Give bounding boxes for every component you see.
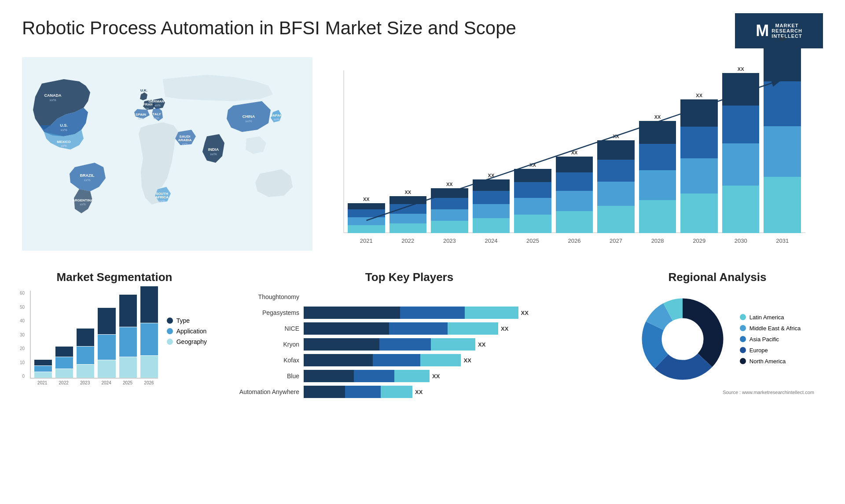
- legend-label-north-america: North America: [749, 358, 786, 365]
- player-xx-nice: XX: [501, 325, 508, 332]
- seg-bar-2023: [77, 329, 94, 378]
- legend-application: Application: [167, 328, 207, 335]
- player-name-kofax: Kofax: [229, 357, 299, 364]
- y-label-30: 30: [20, 332, 25, 337]
- y-label-40: 40: [20, 318, 25, 323]
- regional-legend: Latin America Middle East & Africa Asia …: [740, 314, 801, 365]
- seg-bar-2021: [34, 360, 52, 378]
- player-name-pegasystems: Pegasystems: [229, 309, 299, 316]
- seg-x-2026: 2026: [140, 380, 158, 385]
- regional-section: Regional Analysis: [612, 270, 823, 402]
- legend-north-america: North America: [740, 358, 801, 365]
- x-label-2023: 2023: [431, 237, 468, 244]
- legend-label-latin-america: Latin America: [749, 314, 784, 321]
- bar-label-2021: XX: [363, 197, 370, 202]
- bar-label-2026: XX: [571, 150, 578, 155]
- player-name-nice: NICE: [229, 325, 299, 332]
- player-bar-nice: XX: [304, 322, 590, 335]
- legend-geography: Geography: [167, 338, 207, 345]
- legend-dot-middle-east-africa: [740, 325, 746, 331]
- player-row-kryon: Kryon XX: [229, 338, 590, 351]
- players-title: Top Key Players: [229, 270, 590, 284]
- player-row-thoughtonomy: Thoughtonomy: [229, 291, 590, 303]
- header: Robotic Process Automation in BFSI Marke…: [22, 13, 823, 48]
- svg-text:xx%: xx%: [141, 93, 147, 96]
- x-label-2021: 2021: [348, 237, 385, 244]
- svg-text:xx%: xx%: [49, 98, 56, 102]
- world-map-svg: CANADA xx% U.S. xx% MEXICO xx% BRAZIL xx…: [22, 57, 312, 251]
- svg-text:xx%: xx%: [61, 144, 66, 147]
- y-label-10: 10: [20, 360, 25, 365]
- player-bar-automation-anywhere: XX: [304, 386, 590, 398]
- seg-bar-2026: [140, 286, 158, 378]
- legend-dot-type: [167, 318, 173, 324]
- x-label-2026: 2026: [556, 237, 593, 244]
- bar-label-2022: XX: [404, 190, 411, 195]
- bar-label-2031: XX: [779, 36, 786, 41]
- bar-label-2030: XX: [738, 66, 744, 72]
- player-xx-pegasystems: XX: [521, 310, 529, 316]
- legend-label-type: Type: [176, 317, 190, 324]
- svg-text:AFRICA: AFRICA: [155, 195, 169, 199]
- legend-europe: Europe: [740, 347, 801, 354]
- svg-text:CHINA: CHINA: [242, 114, 255, 119]
- svg-text:xx%: xx%: [154, 104, 160, 107]
- player-name-blue: Blue: [229, 373, 299, 380]
- player-row-pegasystems: Pegasystems XX: [229, 307, 590, 319]
- svg-text:xx%: xx%: [80, 203, 85, 206]
- svg-text:ARABIA: ARABIA: [178, 138, 191, 142]
- svg-text:U.K.: U.K.: [140, 88, 147, 92]
- players-section: Top Key Players Thoughtonomy Pegasystems: [220, 270, 599, 402]
- segmentation-legend: Type Application Geography: [167, 317, 207, 345]
- seg-x-2021: 2021: [33, 380, 51, 385]
- player-row-nice: NICE XX: [229, 322, 590, 335]
- svg-text:BRAZIL: BRAZIL: [80, 173, 95, 178]
- growth-chart-section: XX XX: [326, 57, 823, 264]
- legend-dot-application: [167, 328, 173, 334]
- svg-text:xx%: xx%: [159, 200, 165, 203]
- x-label-2030: 2030: [722, 237, 760, 244]
- svg-text:JAPAN: JAPAN: [271, 113, 283, 117]
- source-text: Source : www.marketresearchintellect.com: [612, 390, 814, 395]
- regional-donut-svg: [634, 291, 731, 387]
- svg-text:xx%: xx%: [273, 118, 279, 121]
- player-xx-kryon: XX: [478, 341, 485, 348]
- x-label-2022: 2022: [389, 237, 427, 244]
- donut-container: Latin America Middle East & Africa Asia …: [616, 291, 819, 387]
- world-map-section: CANADA xx% U.S. xx% MEXICO xx% BRAZIL xx…: [22, 57, 312, 264]
- svg-text:xx%: xx%: [245, 119, 252, 123]
- y-label-50: 50: [20, 305, 25, 310]
- y-label-60: 60: [20, 291, 25, 296]
- segmentation-section: Market Segmentation 60 50 40 30 20 10: [22, 270, 207, 402]
- player-bar-kofax: XX: [304, 354, 590, 366]
- legend-label-europe: Europe: [749, 347, 768, 354]
- svg-text:U.S.: U.S.: [60, 123, 68, 128]
- bar-label-2027: XX: [613, 134, 619, 139]
- svg-text:SPAIN: SPAIN: [136, 113, 146, 117]
- legend-label-asia-pacific: Asia Pacific: [749, 336, 779, 343]
- svg-text:MEXICO: MEXICO: [57, 140, 71, 144]
- legend-label-geography: Geography: [176, 338, 207, 345]
- player-bar-thoughtonomy: [304, 291, 590, 303]
- legend-middle-east-africa: Middle East & Africa: [740, 325, 801, 332]
- seg-bar-2025: [119, 295, 137, 378]
- player-bar-pegasystems: XX: [304, 307, 590, 319]
- legend-type: Type: [167, 317, 207, 324]
- legend-dot-latin-america: [740, 314, 746, 320]
- legend-dot-north-america: [740, 358, 746, 364]
- bar-label-2025: XX: [529, 162, 536, 168]
- svg-text:xx%: xx%: [210, 152, 217, 156]
- main-title: Robotic Process Automation in BFSI Marke…: [22, 18, 516, 39]
- player-name-kryon: Kryon: [229, 341, 299, 348]
- x-label-2028: 2028: [639, 237, 676, 244]
- seg-x-2022: 2022: [55, 380, 72, 385]
- legend-dot-europe: [740, 347, 746, 353]
- svg-text:xx%: xx%: [153, 117, 159, 120]
- legend-label-application: Application: [176, 328, 207, 335]
- legend-asia-pacific: Asia Pacific: [740, 336, 801, 343]
- x-label-2029: 2029: [680, 237, 718, 244]
- svg-text:xx%: xx%: [84, 178, 90, 182]
- y-label-20: 20: [20, 346, 25, 351]
- seg-x-2025: 2025: [119, 380, 136, 385]
- player-name-automation-anywhere: Automation Anywhere: [229, 388, 299, 395]
